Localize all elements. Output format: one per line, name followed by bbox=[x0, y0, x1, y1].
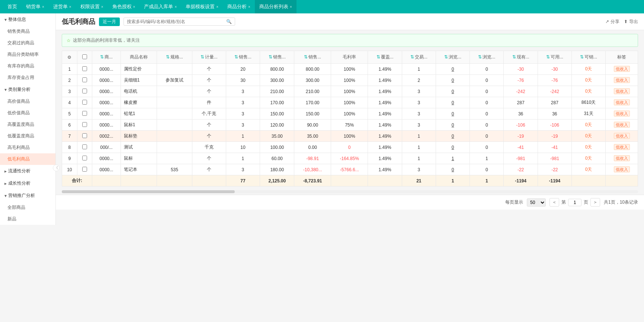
row-checkbox[interactable] bbox=[82, 89, 87, 93]
row-spec bbox=[157, 108, 192, 119]
col-current-stock[interactable]: ⇅现有... bbox=[504, 51, 538, 64]
col-name[interactable]: 商品名称 bbox=[121, 51, 157, 64]
row-name[interactable]: 鼠标垫 bbox=[121, 131, 157, 142]
page-header: 低毛利商品 近一月 🔍 ↗ 分享 ⬆ 导出 bbox=[56, 13, 644, 30]
col-checkbox-header[interactable] bbox=[77, 51, 92, 64]
sidebar-group-marketing[interactable]: ▾ 营销推广分析 bbox=[0, 189, 55, 202]
per-page-select[interactable]: 50 100 200 bbox=[527, 198, 546, 207]
sidebar-item-low-value[interactable]: 低价值商品 bbox=[0, 107, 55, 119]
col-code[interactable]: ⇅商... bbox=[92, 51, 121, 64]
nav-role-auth[interactable]: 角色授权 × bbox=[108, 0, 140, 13]
next-page-button[interactable]: ＞ bbox=[590, 198, 600, 207]
close-goods-analysis-list-icon[interactable]: × bbox=[290, 5, 292, 9]
col-settings[interactable]: ⚙ bbox=[62, 51, 77, 64]
table-row: 6 0000... 鼠标1 个 3 120.00 90.00 75% 1.49%… bbox=[62, 119, 638, 131]
total-available: -1194 bbox=[538, 175, 571, 186]
prev-page-button[interactable]: ＜ bbox=[550, 198, 559, 207]
row-checkbox[interactable] bbox=[82, 167, 87, 172]
row-spec bbox=[157, 142, 192, 153]
sidebar-item-low-margin[interactable]: 低毛利商品 bbox=[0, 153, 55, 165]
row-browse2: 0 bbox=[470, 64, 504, 75]
col-browse2[interactable]: ⇅浏览... bbox=[470, 51, 504, 64]
page-number-input[interactable] bbox=[568, 199, 581, 206]
close-goods-analysis-icon[interactable]: × bbox=[248, 5, 250, 9]
col-tag[interactable]: 标签 bbox=[606, 51, 638, 64]
horizontal-scrollbar[interactable] bbox=[62, 190, 638, 193]
nav-home[interactable]: 首页 bbox=[3, 0, 22, 13]
nav-product-in[interactable]: 产成品入库单 × bbox=[140, 0, 181, 13]
sidebar-item-low-coverage[interactable]: 低覆盖度商品 bbox=[0, 130, 55, 142]
sidebar-item-high-coverage[interactable]: 高覆盖度商品 bbox=[0, 119, 55, 130]
sidebar-group-growth[interactable]: ▸ 成长性分析 bbox=[0, 177, 55, 189]
row-name[interactable]: 笔记本 bbox=[121, 164, 157, 175]
col-unit[interactable]: ⇅计量... bbox=[192, 51, 226, 64]
row-checkbox[interactable] bbox=[82, 144, 87, 149]
export-button[interactable]: ⬆ 导出 bbox=[624, 19, 638, 25]
search-input[interactable] bbox=[127, 19, 225, 24]
row-name[interactable]: 鼠标1 bbox=[121, 119, 157, 131]
scrollbar-thumb[interactable] bbox=[62, 190, 235, 193]
nav-template[interactable]: 单据模板设置 × bbox=[181, 0, 223, 13]
row-sales-price: 800.00 bbox=[260, 64, 294, 75]
row-checkbox[interactable] bbox=[82, 100, 87, 105]
close-role-auth-icon[interactable]: × bbox=[133, 5, 135, 9]
sidebar-item-all-goods[interactable]: 全部商品 bbox=[0, 202, 55, 213]
row-checkbox[interactable] bbox=[82, 111, 87, 116]
time-filter-button[interactable]: 近一月 bbox=[99, 17, 120, 26]
row-gross-margin: -164.85% bbox=[331, 153, 368, 164]
col-sales-price[interactable]: ⇅销售... bbox=[260, 51, 294, 64]
row-name[interactable]: 吴细细1 bbox=[121, 75, 157, 86]
total-pages-info: 共1页，10条记录 bbox=[604, 199, 638, 205]
col-sales-amount[interactable]: ⇅销售... bbox=[294, 51, 331, 64]
col-browse1[interactable]: ⇅浏览... bbox=[436, 51, 470, 64]
row-name[interactable]: 鼠标 bbox=[121, 153, 157, 164]
row-current-stock: -242 bbox=[504, 86, 538, 97]
nav-sales-order[interactable]: 销货单 × bbox=[22, 0, 49, 13]
close-purchase-order-icon[interactable]: × bbox=[69, 5, 71, 9]
select-all-checkbox[interactable] bbox=[82, 54, 87, 59]
col-saleable[interactable]: ⇅可销... bbox=[571, 51, 605, 64]
sidebar-group-category[interactable]: ▾ 类别量分析 bbox=[0, 83, 55, 96]
row-name[interactable]: 橡皮擦 bbox=[121, 97, 157, 108]
row-name[interactable]: 属性定价 bbox=[121, 64, 157, 75]
sidebar-item-new-goods[interactable]: 新品 bbox=[0, 213, 55, 225]
row-name[interactable]: 铅笔1 bbox=[121, 108, 157, 119]
sidebar-item-stocked-goods[interactable]: 有库存的商品 bbox=[0, 60, 55, 72]
col-trade[interactable]: ⇅交易... bbox=[402, 51, 436, 64]
row-code: 0000... bbox=[92, 75, 121, 86]
col-available[interactable]: ⇅可用... bbox=[538, 51, 571, 64]
col-coverage[interactable]: ⇅覆盖... bbox=[368, 51, 402, 64]
close-sales-order-icon[interactable]: × bbox=[42, 5, 44, 9]
close-permission-icon[interactable]: × bbox=[101, 5, 103, 9]
col-gross-margin[interactable]: 毛利率 bbox=[331, 51, 368, 64]
sidebar-item-high-margin[interactable]: 高毛利商品 bbox=[0, 142, 55, 153]
share-button[interactable]: ↗ 分享 bbox=[605, 19, 619, 25]
close-template-icon[interactable]: × bbox=[216, 5, 218, 9]
sidebar-collapse-btn[interactable]: 《 bbox=[53, 165, 60, 171]
nav-goods-analysis[interactable]: 商品分析 × bbox=[223, 0, 255, 13]
col-sales-qty[interactable]: ⇅销售... bbox=[226, 51, 260, 64]
sidebar-item-traded-goods[interactable]: 交易过的商品 bbox=[0, 37, 55, 49]
search-icon[interactable]: 🔍 bbox=[226, 19, 232, 24]
col-spec[interactable]: ⇅规格... bbox=[157, 51, 192, 64]
row-name[interactable]: 电话机 bbox=[121, 86, 157, 97]
row-name[interactable]: 测试 bbox=[121, 142, 157, 153]
nav-purchase-order[interactable]: 进货单 × bbox=[49, 0, 76, 13]
sidebar-item-high-value[interactable]: 高价值商品 bbox=[0, 96, 55, 107]
row-trade: 1 bbox=[402, 142, 436, 153]
sidebar-group-overall[interactable]: ▾ 整体信息 bbox=[0, 13, 55, 26]
sidebar-item-category-rate[interactable]: 商品分类助销率 bbox=[0, 49, 55, 60]
sidebar-item-stock-capital[interactable]: 库存资金占用 bbox=[0, 72, 55, 83]
row-checkbox[interactable] bbox=[82, 122, 87, 127]
row-checkbox[interactable] bbox=[82, 66, 87, 71]
row-checkbox[interactable] bbox=[82, 133, 87, 138]
row-code: 0000... bbox=[92, 108, 121, 119]
nav-permission[interactable]: 权限设置 × bbox=[76, 0, 108, 13]
row-checkbox[interactable] bbox=[82, 156, 87, 160]
row-checkbox[interactable] bbox=[82, 77, 87, 82]
nav-goods-analysis-list[interactable]: 商品分析列表 × bbox=[255, 0, 297, 13]
sidebar-item-sales-goods[interactable]: 销售类商品 bbox=[0, 26, 55, 37]
sidebar-group-flow[interactable]: ▸ 流通性分析 bbox=[0, 165, 55, 177]
close-product-in-icon[interactable]: × bbox=[174, 5, 177, 9]
row-tag: 低收入 bbox=[606, 108, 638, 119]
